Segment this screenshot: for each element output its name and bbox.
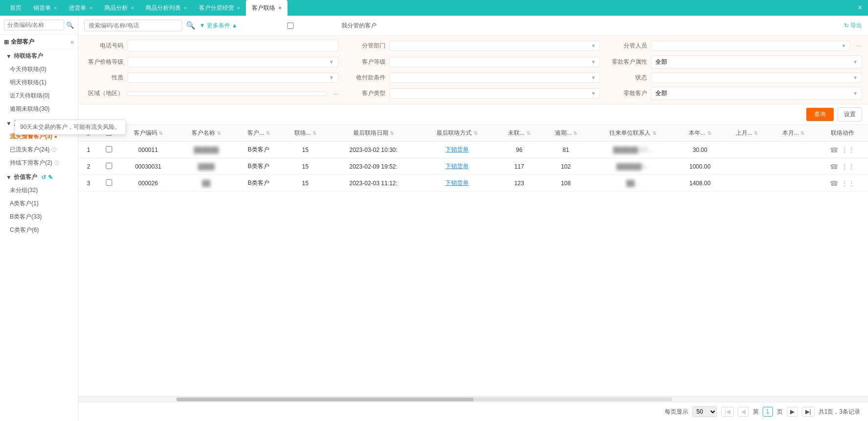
row-checkbox[interactable]	[99, 142, 120, 158]
tab-sales[interactable]: 销货单 ×	[27, 0, 63, 16]
col-last-month-header[interactable]: 上月... ⇅	[723, 125, 770, 142]
action-bar: 查询 设置	[78, 104, 868, 125]
churned-item[interactable]: 已流失客户(24) ⓘ	[0, 143, 78, 156]
person-select[interactable]: ▼	[651, 41, 850, 51]
contact-action-icon[interactable]: ☎	[830, 163, 838, 171]
row-overdue: 108	[543, 175, 589, 192]
ungrouped-item[interactable]: 未分组(32)	[0, 184, 78, 197]
sidebar-search-icon[interactable]: 🔍	[66, 22, 74, 29]
row-last-month	[723, 142, 770, 158]
row-last-method[interactable]: 下销货单	[418, 175, 496, 192]
row-this-month	[770, 175, 817, 192]
overdue-contact-item[interactable]: 逾期未联络(30)	[0, 102, 78, 116]
sidebar-search-input[interactable]	[4, 20, 64, 30]
row-checkbox[interactable]	[99, 175, 120, 192]
col-overdue-header[interactable]: 逾期... ⇅	[543, 125, 589, 142]
tomorrow-contact-item[interactable]: 明天待联络(1)	[0, 76, 78, 89]
close-product-analysis-icon[interactable]: ×	[131, 5, 134, 11]
more-action-icon[interactable]: ⋮⋮	[841, 179, 855, 187]
today-contact-item[interactable]: 今天待联络(0)	[0, 63, 78, 76]
tab-customer-contact[interactable]: 客户联络 ×	[246, 0, 287, 16]
tab-product-analysis[interactable]: 商品分析 ×	[98, 0, 140, 16]
contact-action-icon[interactable]: ☎	[830, 179, 838, 187]
arrow-icon: ▼	[6, 120, 12, 127]
person-more-icon[interactable]: ···	[856, 42, 862, 50]
top-tabbar: 首页 销货单 × 进货单 × 商品分析 × 商品分析列表 × 客户分层经营 × …	[0, 0, 868, 16]
query-button[interactable]: 查询	[806, 108, 834, 121]
b-class-item[interactable]: B类客户(33)	[0, 210, 78, 223]
edit-icon[interactable]: ✎	[48, 174, 53, 181]
col-last-method-header[interactable]: 最后联络方式 ⇅	[418, 125, 496, 142]
status-select[interactable]: ▼	[651, 73, 862, 83]
dept-select[interactable]: ▼	[389, 41, 601, 51]
tab-purchase[interactable]: 进货单 ×	[63, 0, 98, 16]
pending-contact-title[interactable]: ▼ 待联络客户	[0, 50, 78, 63]
export-button[interactable]: ↻ 导出	[844, 22, 862, 30]
c-class-item[interactable]: C类客户(6)	[0, 223, 78, 237]
customers-table: ⚙ 客户编码 ⇅ 客户名称 ⇅	[78, 125, 868, 192]
first-page-button[interactable]: |◀	[721, 407, 734, 417]
row-last-date: 2023-02-03 11:12:	[329, 175, 418, 192]
tab-product-list[interactable]: 商品分析列表 ×	[140, 0, 193, 16]
more-conditions-toggle[interactable]: ▼ 更多条件 ▲	[199, 22, 238, 30]
next-page-button[interactable]: ▶	[787, 407, 798, 417]
tab-home[interactable]: 首页	[4, 0, 27, 16]
search-button[interactable]: 🔍	[186, 21, 195, 30]
zero-customer-arrow-icon: ▼	[853, 91, 858, 96]
contact-action-icon[interactable]: ☎	[830, 146, 838, 154]
col-this-month-header[interactable]: 本月... ⇅	[770, 125, 817, 142]
sidebar-collapse-icon[interactable]: «	[71, 38, 74, 46]
dept-arrow-icon: ▼	[591, 43, 596, 49]
last-page-button[interactable]: ▶|	[802, 407, 815, 417]
col-type-header[interactable]: 客户... ⇅	[235, 125, 282, 142]
zero-customer-select[interactable]: 全部 ▼	[651, 87, 862, 100]
close-customer-contact-icon[interactable]: ×	[278, 5, 281, 11]
per-page-select[interactable]: 50 100 200	[692, 406, 717, 417]
col-this-year-header[interactable]: 本年... ⇅	[676, 125, 723, 142]
week-contact-item[interactable]: 近7天待联络(0)	[0, 89, 78, 102]
col-name-header[interactable]: 客户名称 ⇅	[177, 125, 236, 142]
region-select[interactable]	[127, 91, 327, 96]
last-month-sort-icon: ⇅	[754, 130, 758, 136]
price-level-select[interactable]: ▼	[127, 57, 338, 67]
close-product-list-icon[interactable]: ×	[184, 5, 187, 11]
nature-arrow-icon: ▼	[329, 75, 334, 80]
a-class-item[interactable]: A类客户(1)	[0, 197, 78, 210]
row-checkbox[interactable]	[99, 158, 120, 175]
my-customers-checkbox[interactable]: 我分管的客户	[241, 22, 377, 30]
value-customers-title[interactable]: ▼ 价值客户 ↺ ✎	[0, 171, 78, 184]
region-more-icon[interactable]: ···	[333, 90, 338, 98]
close-purchase-icon[interactable]: ×	[89, 5, 92, 11]
row-last-method[interactable]: 下销货单	[418, 158, 496, 175]
col-uncontacted-header[interactable]: 未联... ⇅	[496, 125, 542, 142]
close-customer-segment-icon[interactable]: ×	[237, 5, 240, 11]
row-last-method[interactable]: 下销货单	[418, 142, 496, 158]
phone-input[interactable]	[127, 40, 338, 51]
info-icon2: ⓘ	[54, 160, 59, 167]
col-contact-person-header[interactable]: 往来单位联系人 ⇅	[589, 125, 676, 142]
zero-attr-select[interactable]: 全部 ▼	[651, 55, 862, 69]
declining-item[interactable]: 持续下滑客户(2) ⓘ	[0, 156, 78, 170]
more-action-icon[interactable]: ⋮⋮	[841, 146, 855, 154]
scrollbar-thumb[interactable]	[176, 397, 474, 401]
close-sales-icon[interactable]: ×	[54, 5, 57, 11]
search-input[interactable]	[84, 20, 182, 31]
refresh-icon[interactable]: ↺	[41, 174, 46, 181]
all-customers-title[interactable]: ⊞ 全部客户 «	[0, 35, 78, 50]
tab-customer-segment[interactable]: 客户分层经营 ×	[193, 0, 246, 16]
col-code-header[interactable]: 客户编码 ⇅	[119, 125, 177, 142]
window-close-button[interactable]: ×	[852, 3, 868, 12]
payment-select[interactable]: ▼	[389, 73, 601, 83]
customer-level-select[interactable]: ▼	[389, 57, 601, 67]
table-row: 2 00030031 ████ B类客户 15 2023-02-09 19:52…	[78, 158, 868, 175]
nature-select[interactable]: ▼	[127, 73, 338, 83]
col-contact-header[interactable]: 联络... ⇅	[282, 125, 329, 142]
settings-button[interactable]: 设置	[838, 107, 862, 122]
col-last-date-header[interactable]: 最后联络日期 ⇅	[329, 125, 418, 142]
my-customers-check[interactable]	[241, 23, 339, 29]
horizontal-scrollbar[interactable]	[78, 396, 868, 402]
more-action-icon[interactable]: ⋮⋮	[841, 163, 855, 171]
this-year-sort-icon: ⇅	[707, 130, 711, 136]
prev-page-button[interactable]: ◀	[738, 407, 749, 417]
customer-type-select[interactable]: ▼	[389, 88, 601, 99]
